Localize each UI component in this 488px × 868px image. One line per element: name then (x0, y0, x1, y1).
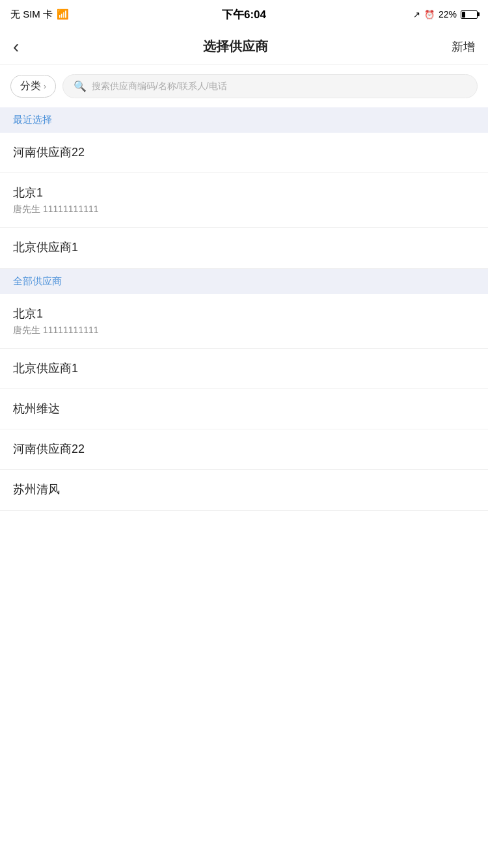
all-section-title: 全部供应商 (13, 275, 62, 286)
search-area: 分类 › 🔍 搜索供应商编码/名称/联系人/电话 (0, 65, 488, 107)
category-button[interactable]: 分类 › (10, 75, 56, 98)
status-time: 下午6:04 (222, 7, 266, 22)
alarm-icon: ⏰ (424, 10, 435, 20)
all-item-3[interactable]: 河南供应商22 (0, 429, 488, 470)
add-button[interactable]: 新增 (452, 39, 475, 55)
all-section-header: 全部供应商 (0, 269, 488, 294)
status-right: ↗ ⏰ 22% (413, 9, 478, 20)
wifi-icon: 📶 (57, 8, 69, 20)
page-title: 选择供应商 (203, 38, 268, 55)
search-placeholder-text: 搜索供应商编码/名称/联系人/电话 (92, 81, 227, 92)
all-item-1[interactable]: 北京供应商1 (0, 349, 488, 389)
chevron-right-icon: › (44, 82, 46, 91)
search-icon: 🔍 (74, 80, 87, 92)
back-button[interactable]: ‹ (13, 38, 19, 56)
all-item-2-name: 杭州维达 (13, 401, 475, 417)
recent-item-1[interactable]: 北京1 唐先生 11111111111 (0, 173, 488, 228)
recent-item-2-name: 北京供应商1 (13, 239, 475, 256)
all-item-3-name: 河南供应商22 (13, 441, 475, 457)
battery-percent: 22% (439, 9, 457, 20)
recent-item-0[interactable]: 河南供应商22 (0, 133, 488, 173)
recent-item-1-sub: 唐先生 11111111111 (13, 204, 475, 215)
nav-bar: ‹ 选择供应商 新增 (0, 29, 488, 65)
recent-item-1-name: 北京1 (13, 185, 475, 201)
all-item-1-name: 北京供应商1 (13, 360, 475, 377)
recent-list: 河南供应商22 北京1 唐先生 11111111111 北京供应商1 (0, 133, 488, 269)
all-item-4-name: 苏州清风 (13, 481, 475, 498)
location-icon: ↗ (413, 10, 420, 20)
search-box[interactable]: 🔍 搜索供应商编码/名称/联系人/电话 (62, 74, 478, 98)
all-item-0-name: 北京1 (13, 306, 475, 322)
battery-icon (461, 10, 478, 19)
recent-item-2[interactable]: 北京供应商1 (0, 228, 488, 268)
all-list: 北京1 唐先生 11111111111 北京供应商1 杭州维达 河南供应商22 … (0, 294, 488, 511)
all-item-4[interactable]: 苏州清风 (0, 470, 488, 510)
category-label: 分类 (20, 79, 41, 93)
all-item-0-sub: 唐先生 11111111111 (13, 325, 475, 336)
no-sim-text: 无 SIM 卡 (10, 8, 53, 21)
recent-section-title: 最近选择 (13, 114, 52, 125)
status-left: 无 SIM 卡 📶 (10, 8, 69, 21)
status-bar: 无 SIM 卡 📶 下午6:04 ↗ ⏰ 22% (0, 0, 488, 29)
all-item-0[interactable]: 北京1 唐先生 11111111111 (0, 294, 488, 349)
recent-section-header: 最近选择 (0, 107, 488, 133)
recent-item-0-name: 河南供应商22 (13, 144, 475, 161)
all-item-2[interactable]: 杭州维达 (0, 389, 488, 429)
